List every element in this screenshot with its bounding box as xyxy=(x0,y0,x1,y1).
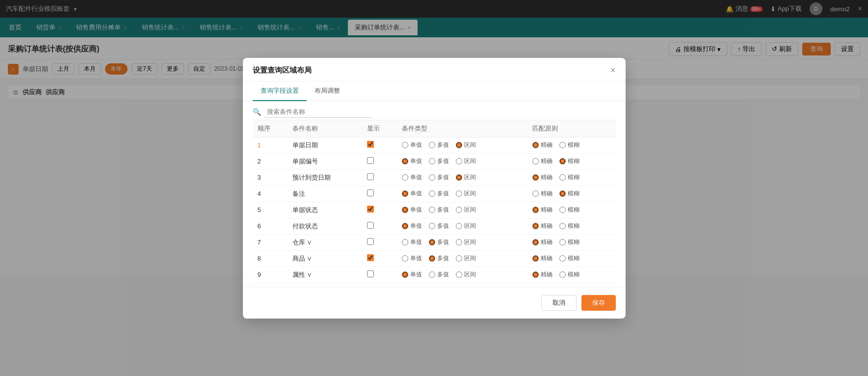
display-checkbox[interactable] xyxy=(367,238,374,245)
match-option-精确[interactable]: 精确 xyxy=(532,206,552,214)
table-row: 1单据日期 单值 多值 区间 精确 模糊 xyxy=(253,137,616,153)
type-option-多值[interactable]: 多值 xyxy=(429,270,449,275)
row-match-cell: 精确 模糊 xyxy=(527,234,616,250)
row-display-checkbox-cell xyxy=(362,234,397,250)
row-order: 9 xyxy=(253,267,288,275)
table-row: 4备注 单值 多值 区间 精确 模糊 xyxy=(253,186,616,202)
match-option-精确[interactable]: 精确 xyxy=(532,173,552,182)
type-option-单值[interactable]: 单值 xyxy=(402,157,422,165)
match-option-模糊[interactable]: 模糊 xyxy=(559,254,579,263)
type-option-区间[interactable]: 区间 xyxy=(456,173,476,182)
row-match-cell: 精确 模糊 xyxy=(527,250,616,267)
match-option-精确[interactable]: 精确 xyxy=(532,141,552,149)
display-checkbox[interactable] xyxy=(367,173,374,180)
col-display-header: 显示 xyxy=(362,120,397,137)
tab-field-settings-label: 查询字段设置 xyxy=(261,87,299,94)
match-option-模糊[interactable]: 模糊 xyxy=(559,141,579,149)
row-display-checkbox-cell xyxy=(362,267,397,275)
row-condition-name: 商品 ∨ xyxy=(288,250,362,267)
dialog-tabs: 查询字段设置 布局调整 xyxy=(243,81,626,101)
type-option-单值[interactable]: 单值 xyxy=(402,189,422,198)
row-order: 8 xyxy=(253,250,288,267)
row-type-cell: 单值 多值 区间 xyxy=(397,153,527,169)
type-option-区间[interactable]: 区间 xyxy=(456,157,476,165)
row-order: 6 xyxy=(253,218,288,234)
type-option-单值[interactable]: 单值 xyxy=(402,173,422,182)
type-option-多值[interactable]: 多值 xyxy=(429,222,449,230)
type-option-多值[interactable]: 多值 xyxy=(429,173,449,182)
condition-search-input[interactable] xyxy=(264,106,372,118)
match-option-精确[interactable]: 精确 xyxy=(532,270,552,275)
type-option-区间[interactable]: 区间 xyxy=(456,270,476,275)
table-row: 9属性 ∨ 单值 多值 区间 精确 模糊 xyxy=(253,267,616,275)
tab-layout-adjust[interactable]: 布局调整 xyxy=(307,81,348,101)
row-display-checkbox-cell xyxy=(362,137,397,153)
row-type-cell: 单值 多值 区间 xyxy=(397,218,527,234)
display-checkbox[interactable] xyxy=(367,270,374,275)
display-checkbox[interactable] xyxy=(367,206,374,213)
match-option-精确[interactable]: 精确 xyxy=(532,222,552,230)
type-option-多值[interactable]: 多值 xyxy=(429,254,449,263)
table-row: 2单据编号 单值 多值 区间 精确 模糊 xyxy=(253,153,616,169)
order-number: 6 xyxy=(258,222,261,230)
match-option-模糊[interactable]: 模糊 xyxy=(559,222,579,230)
row-type-cell: 单值 多值 区间 xyxy=(397,202,527,218)
display-checkbox[interactable] xyxy=(367,254,374,261)
type-option-区间[interactable]: 区间 xyxy=(456,238,476,246)
row-display-checkbox-cell xyxy=(362,202,397,218)
type-option-多值[interactable]: 多值 xyxy=(429,141,449,149)
row-condition-name: 单据日期 xyxy=(288,137,362,153)
display-checkbox[interactable] xyxy=(367,189,374,196)
type-option-区间[interactable]: 区间 xyxy=(456,222,476,230)
type-option-区间[interactable]: 区间 xyxy=(456,189,476,198)
settings-dialog: 设置查询区域布局 × 查询字段设置 布局调整 🔍 顺序 条件名称 xyxy=(243,58,626,276)
type-option-单值[interactable]: 单值 xyxy=(402,238,422,246)
type-option-多值[interactable]: 多值 xyxy=(429,206,449,214)
order-number: 8 xyxy=(258,255,261,262)
type-option-区间[interactable]: 区间 xyxy=(456,254,476,263)
type-option-多值[interactable]: 多值 xyxy=(429,157,449,165)
match-option-精确[interactable]: 精确 xyxy=(532,189,552,198)
row-display-checkbox-cell xyxy=(362,250,397,267)
type-option-多值[interactable]: 多值 xyxy=(429,238,449,246)
match-option-模糊[interactable]: 模糊 xyxy=(559,206,579,214)
match-option-模糊[interactable]: 模糊 xyxy=(559,238,579,246)
row-display-checkbox-cell xyxy=(362,153,397,169)
col-name-header: 条件名称 xyxy=(288,120,362,137)
dialog-header: 设置查询区域布局 × xyxy=(243,58,626,81)
match-option-精确[interactable]: 精确 xyxy=(532,238,552,246)
conditions-table: 顺序 条件名称 显示 条件类型 匹配原则 1单据日期 单值 多值 区间 精确 模… xyxy=(253,120,616,276)
row-order: 5 xyxy=(253,202,288,218)
type-option-单值[interactable]: 单值 xyxy=(402,222,422,230)
type-option-单值[interactable]: 单值 xyxy=(402,254,422,263)
type-option-多值[interactable]: 多值 xyxy=(429,189,449,198)
row-order: 1 xyxy=(253,137,288,153)
tab-field-settings[interactable]: 查询字段设置 xyxy=(253,81,307,101)
match-option-模糊[interactable]: 模糊 xyxy=(559,157,579,165)
row-type-cell: 单值 多值 区间 xyxy=(397,250,527,267)
type-option-单值[interactable]: 单值 xyxy=(402,141,422,149)
display-checkbox[interactable] xyxy=(367,222,374,229)
type-option-单值[interactable]: 单值 xyxy=(402,270,422,275)
type-option-单值[interactable]: 单值 xyxy=(402,206,422,214)
type-option-区间[interactable]: 区间 xyxy=(456,206,476,214)
match-option-模糊[interactable]: 模糊 xyxy=(559,173,579,182)
row-match-cell: 精确 模糊 xyxy=(527,186,616,202)
match-option-精确[interactable]: 精确 xyxy=(532,254,552,263)
dialog-close-button[interactable]: × xyxy=(610,66,616,75)
match-option-模糊[interactable]: 模糊 xyxy=(559,270,579,275)
row-condition-name: 付款状态 xyxy=(288,218,362,234)
row-display-checkbox-cell xyxy=(362,218,397,234)
match-option-精确[interactable]: 精确 xyxy=(532,157,552,165)
row-condition-name: 预计到货日期 xyxy=(288,169,362,186)
table-row: 7仓库 ∨ 单值 多值 区间 精确 模糊 xyxy=(253,234,616,250)
row-type-cell: 单值 多值 区间 xyxy=(397,234,527,250)
row-order: 2 xyxy=(253,153,288,169)
display-checkbox[interactable] xyxy=(367,157,374,164)
table-row: 6付款状态 单值 多值 区间 精确 模糊 xyxy=(253,218,616,234)
match-option-模糊[interactable]: 模糊 xyxy=(559,189,579,198)
row-match-cell: 精确 模糊 xyxy=(527,169,616,186)
type-option-区间[interactable]: 区间 xyxy=(456,141,476,149)
display-checkbox[interactable] xyxy=(367,141,374,148)
order-number: 5 xyxy=(258,206,261,214)
